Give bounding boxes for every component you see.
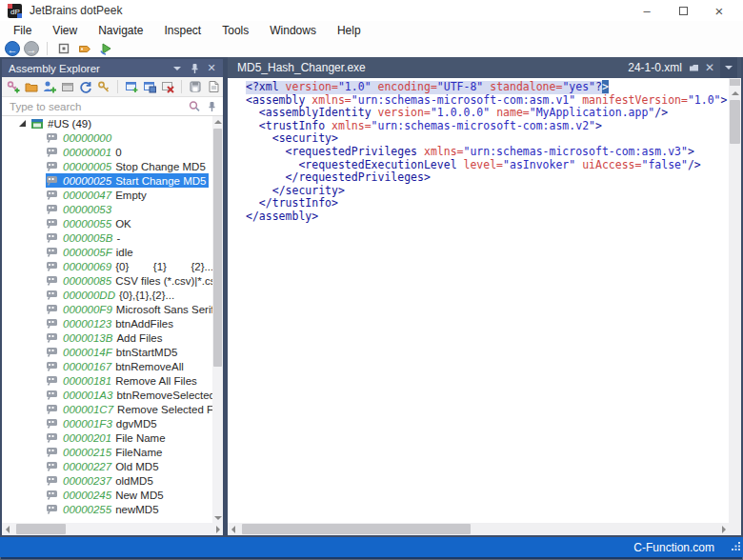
menu-inspect[interactable]: Inspect xyxy=(154,22,212,39)
code-line-11: </assembly> xyxy=(246,210,729,224)
scroll-down-icon[interactable] xyxy=(212,512,223,523)
editor-scroll-right-icon[interactable] xyxy=(718,524,729,534)
tree-item-00000005[interactable]: 00000005Stop Change MD5 xyxy=(2,159,212,173)
string-offset: 00000237 xyxy=(63,475,111,487)
resize-grip[interactable] xyxy=(731,538,741,555)
menu-windows[interactable]: Windows xyxy=(259,22,327,39)
tree-item-00000001[interactable]: 000000010 xyxy=(2,145,212,159)
string-resource-icon xyxy=(46,317,59,330)
string-resource-icon xyxy=(46,489,59,501)
tree-item-00000123[interactable]: 00000123btnAddFiles xyxy=(2,316,212,330)
menu-view[interactable]: View xyxy=(42,22,88,39)
editor-vscroll-thumb[interactable] xyxy=(730,100,740,144)
tab-list-dropdown[interactable] xyxy=(720,57,737,78)
tree-item-00000245[interactable]: 00000245New MD5 xyxy=(2,488,212,502)
string-offset: 000001A3 xyxy=(63,390,112,401)
document-name[interactable]: 24-1-0.xml xyxy=(628,61,682,74)
toolbar-separator xyxy=(181,80,182,93)
attach-process-icon[interactable] xyxy=(55,41,72,56)
add-reference-icon[interactable] xyxy=(41,79,58,94)
string-resource-icon xyxy=(46,389,59,401)
run-icon[interactable] xyxy=(97,41,114,56)
window-position-menu-icon[interactable] xyxy=(171,63,184,74)
back-button[interactable]: ← xyxy=(5,41,20,56)
assembly-tree[interactable]: #US (49)0000000000000001000000005Stop Ch… xyxy=(2,116,212,523)
pin-icon[interactable] xyxy=(188,63,201,74)
tree-vscroll-thumb[interactable] xyxy=(213,129,222,367)
scroll-right-icon[interactable] xyxy=(212,524,223,534)
menu-tools[interactable]: Tools xyxy=(211,22,259,39)
forward-button[interactable]: → xyxy=(24,41,39,56)
close-document-icon[interactable]: ✕ xyxy=(705,62,714,73)
tab-md5-hash-changer[interactable]: MD5_Hash_Changer.exe xyxy=(228,61,628,74)
tree-item-00000025[interactable]: 00000025Start Change MD5 xyxy=(2,173,212,188)
menu-navigate[interactable]: Navigate xyxy=(88,22,153,39)
tree-item-00000000[interactable]: 00000000 xyxy=(2,130,212,145)
menu-file[interactable]: File xyxy=(3,22,42,39)
add-assembly-icon[interactable] xyxy=(5,79,22,94)
editor-scroll-left-icon[interactable] xyxy=(228,524,238,534)
tree-item-000001F3[interactable]: 000001F3dgvMD5 xyxy=(2,416,212,430)
toolbar-separator xyxy=(47,42,48,55)
tree-item-000001A3[interactable]: 000001A3btnRemoveSelected xyxy=(2,388,212,402)
maximize-button[interactable] xyxy=(665,0,701,21)
tree-item-00000227[interactable]: 00000227Old MD5 xyxy=(2,459,212,473)
us-heap-icon xyxy=(30,118,44,130)
string-resource-icon xyxy=(46,246,59,258)
float-window-icon[interactable] xyxy=(123,79,140,94)
tree-item-0000005B[interactable]: 0000005B- xyxy=(2,230,212,245)
selected-tree-item[interactable]: 00000025Start Change MD5 xyxy=(46,173,209,188)
tree-item-00000053[interactable]: 00000053 xyxy=(2,202,212,216)
open-recent-icon[interactable] xyxy=(59,79,76,94)
string-offset: 00000167 xyxy=(63,361,111,372)
tree-item-00000085[interactable]: 00000085CSV files (*.csv)|*.csv|All file… xyxy=(2,273,212,288)
assembly-explorer-header[interactable]: Assembly Explorer ✕ xyxy=(2,59,223,77)
open-folder-icon[interactable] xyxy=(23,79,40,94)
scroll-up-icon[interactable] xyxy=(212,116,223,127)
tree-item-00000181[interactable]: 00000181Remove All Files xyxy=(2,373,212,388)
remove-assembly-icon[interactable] xyxy=(159,79,176,94)
scroll-left-icon[interactable] xyxy=(2,524,12,534)
editor-scroll-up-icon[interactable] xyxy=(729,88,741,98)
string-value: oldMD5 xyxy=(115,475,153,487)
menu-help[interactable]: Help xyxy=(327,22,372,39)
editor-hscroll-thumb[interactable] xyxy=(242,524,471,534)
code-viewer[interactable]: <?xml version="1.0" encoding="UTF-8" sta… xyxy=(228,78,729,523)
strong-name-key-icon[interactable] xyxy=(95,79,112,94)
tree-item-00000215[interactable]: 00000215FileName xyxy=(2,445,212,459)
tree-item-00000069[interactable]: 00000069{0} {1} {2}... xyxy=(2,259,212,273)
bookmark-tag-icon[interactable] xyxy=(76,41,93,56)
editor-horizontal-scrollbar[interactable] xyxy=(228,523,729,535)
tree-item-000000DD[interactable]: 000000DD{0},{1},{2}... xyxy=(2,288,212,302)
reload-assemblies-icon[interactable] xyxy=(77,79,94,94)
minimize-button[interactable]: – xyxy=(629,0,665,21)
tree-item-00000201[interactable]: 00000201File Name xyxy=(2,430,212,445)
search-pin-icon[interactable] xyxy=(205,101,218,112)
string-value: OK xyxy=(115,218,131,230)
tree-item-000001C7[interactable]: 000001C7Remove Selected Files xyxy=(2,402,212,416)
export-assembly-icon[interactable] xyxy=(187,79,204,94)
code-line-9: </security> xyxy=(246,185,729,198)
editor-vertical-scrollbar[interactable] xyxy=(729,78,741,523)
tree-item-0000013B[interactable]: 0000013BAdd Files xyxy=(2,330,212,345)
close-panel-icon[interactable]: ✕ xyxy=(205,63,218,74)
tree-item-00000255[interactable]: 00000255newMD5 xyxy=(2,502,212,516)
tree-item-0000005F[interactable]: 0000005Fidle xyxy=(2,245,212,259)
search-box[interactable]: Type to search xyxy=(2,97,223,116)
tree-item-00000167[interactable]: 00000167btnRemoveAll xyxy=(2,359,212,373)
tree-horizontal-scrollbar[interactable] xyxy=(2,523,223,535)
expand-collapse-icon[interactable] xyxy=(19,120,26,127)
close-button[interactable]: × xyxy=(701,0,737,21)
split-grip[interactable] xyxy=(730,79,740,86)
document-pin-icon[interactable] xyxy=(688,59,699,76)
tree-root-us-heap[interactable]: #US (49) xyxy=(2,116,212,130)
tree-hscroll-thumb[interactable] xyxy=(16,524,66,534)
generate-pdb-icon[interactable] xyxy=(205,79,222,94)
tree-item-00000047[interactable]: 00000047Empty xyxy=(2,188,212,202)
tree-item-00000055[interactable]: 00000055OK xyxy=(2,216,212,230)
tree-item-0000014F[interactable]: 0000014FbtnStartMD5 xyxy=(2,345,212,359)
tree-item-000000F9[interactable]: 000000F9Microsoft Sans Serif xyxy=(2,302,212,316)
save-window-layout-icon[interactable] xyxy=(141,79,158,94)
tree-vertical-scrollbar[interactable] xyxy=(212,116,223,523)
tree-item-00000237[interactable]: 00000237oldMD5 xyxy=(2,473,212,488)
